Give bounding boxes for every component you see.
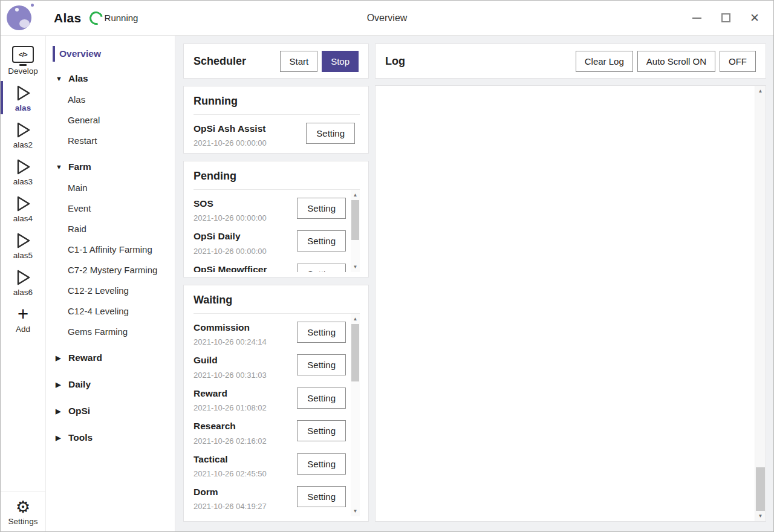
nav-item[interactable]: Main [46,177,175,198]
log-scrollbar[interactable]: ▲ ▼ [755,86,766,521]
scroll-up-icon[interactable]: ▲ [351,192,360,198]
task-setting-button[interactable]: Setting [297,322,346,343]
nav-sidebar: Overview ▼ Alas Alas General Restart ▼ F… [46,36,175,532]
window-controls: ✕ [691,1,760,35]
task-setting-button[interactable]: Setting [297,453,346,475]
task-row: Dorm 2021-10-26 04:19:27 Setting [194,486,346,511]
nav-item[interactable]: ▶ OpSi [46,401,175,421]
nav-item[interactable]: ▶ Reward [46,348,175,368]
alas-logo-icon [7,5,31,30]
nav-item[interactable]: General [46,109,175,130]
instance-list: alas alas2 alas3 alas4 [1,79,45,300]
nav-item[interactable]: ▶ Daily [46,374,175,395]
rail-item-instance[interactable]: alas6 [1,264,45,300]
task-next-run-time: 2021-10-26 00:00:00 [194,247,267,256]
main-area: Scheduler Start Stop Running OpSi Ash As… [175,36,773,532]
task-setting-button[interactable]: Setting [297,264,346,272]
task-next-run-time: 2021-10-26 04:19:27 [194,502,267,511]
minimize-button[interactable] [691,13,702,24]
nav-item[interactable]: Gems Farming [46,321,175,342]
task-name: OpSi Ash Assist [194,123,267,134]
scrollbar-thumb[interactable] [351,324,359,381]
scroll-down-icon[interactable]: ▼ [351,508,360,514]
nav-item[interactable]: ▼ Farm [46,157,175,177]
task-row: Tactical 2021-10-26 02:45:50 Setting [194,453,346,478]
stop-button[interactable]: Stop [322,51,359,72]
task-setting-button[interactable]: Setting [297,486,346,507]
task-next-run-time: 2021-10-26 00:00:00 [194,138,267,148]
task-row: Guild 2021-10-26 00:31:03 Setting [194,354,346,379]
rail-item-develop[interactable]: </> Develop [1,42,45,79]
task-name: Guild [194,354,267,366]
task-setting-button[interactable]: Setting [297,230,346,251]
log-title: Log [385,55,405,68]
task-name: Research [194,420,267,432]
task-setting-button[interactable]: Setting [297,198,346,219]
close-icon: ✕ [750,12,759,24]
close-button[interactable]: ✕ [749,13,760,24]
rail-item-instance[interactable]: alas4 [1,190,45,227]
nav-item-overview[interactable]: Overview [46,45,175,62]
task-setting-button[interactable]: Setting [297,354,346,375]
rail-item-instance[interactable]: alas5 [1,227,45,264]
minimize-icon [692,18,701,19]
chevron-icon: ▶ [56,434,63,442]
task-name: Dorm [194,486,267,498]
task-setting-button[interactable]: Setting [297,388,346,409]
scheduler-status: Running [89,11,138,25]
scheduler-panel: Scheduler Start Stop [183,44,369,79]
rail-item-instance[interactable]: alas [1,79,45,116]
waiting-task-list: Commission 2021-10-26 00:24:14 Setting G… [194,314,351,516]
scroll-up-icon[interactable]: ▲ [351,316,360,322]
chevron-icon: ▼ [56,75,63,82]
running-title: Running [194,94,360,115]
waiting-title: Waiting [194,293,360,314]
nav-item[interactable]: C12-4 Leveling [46,300,175,321]
task-name: OpSi Meowfficer Farming [194,264,293,272]
scroll-down-icon[interactable]: ▼ [755,513,766,519]
titlebar: Alas Running Overview ✕ [1,1,773,36]
rail-item-instance[interactable]: alas3 [1,153,45,190]
maximize-button[interactable] [720,13,731,24]
status-label: Running [105,13,138,23]
waiting-scrollbar[interactable]: ▲ ▼ [351,314,360,516]
pending-panel: Pending SOS 2021-10-26 00:00:00 Setting [183,161,369,277]
instance-rail: </> Develop alas alas2 [1,36,46,532]
scroll-down-icon[interactable]: ▼ [351,264,360,270]
task-row: Research 2021-10-26 02:16:02 Setting [194,420,346,445]
task-next-run-time: 2021-10-26 02:45:50 [194,469,267,478]
start-button[interactable]: Start [280,51,317,72]
scrollbar-thumb[interactable] [351,200,359,240]
rail-item-settings[interactable]: ⚙ Settings [1,491,45,532]
plus-icon: + [18,305,28,324]
nav-tree: ▼ Alas Alas General Restart ▼ Farm Main [46,68,175,448]
nav-item[interactable]: Event [46,198,175,218]
chevron-icon: ▼ [56,163,63,170]
autoscroll-on-button[interactable]: Auto Scroll ON [637,51,715,72]
autoscroll-off-button[interactable]: OFF [720,51,756,72]
scheduler-column: Scheduler Start Stop Running OpSi Ash As… [183,44,369,522]
rail-item-add[interactable]: + Add [1,300,45,337]
nav-item[interactable]: Restart [46,130,175,151]
play-icon [14,83,32,103]
task-setting-button[interactable]: Setting [306,123,355,144]
play-icon [14,194,32,213]
task-setting-button[interactable]: Setting [297,420,346,441]
maximize-icon [721,13,730,22]
nav-item[interactable]: C1-1 Affinity Farming [46,239,175,259]
rail-item-instance[interactable]: alas2 [1,116,45,153]
nav-item[interactable]: Raid [46,218,175,239]
task-row: OpSi Meowfficer Farming Setting [194,264,346,272]
task-next-run-time: 2021-10-26 00:31:03 [194,371,267,380]
nav-item[interactable]: ▶ Tools [46,427,175,448]
nav-item[interactable]: C7-2 Mystery Farming [46,259,175,280]
nav-item[interactable]: C12-2 Leveling [46,280,175,300]
task-name: Reward [194,388,267,399]
clear-log-button[interactable]: Clear Log [576,51,633,72]
nav-item[interactable]: ▼ Alas [46,68,175,89]
scrollbar-thumb[interactable] [756,467,765,511]
nav-item[interactable]: Alas [46,89,175,109]
task-name: Tactical [194,453,267,465]
scroll-up-icon[interactable]: ▲ [755,88,766,94]
pending-scrollbar[interactable]: ▲ ▼ [351,190,360,272]
